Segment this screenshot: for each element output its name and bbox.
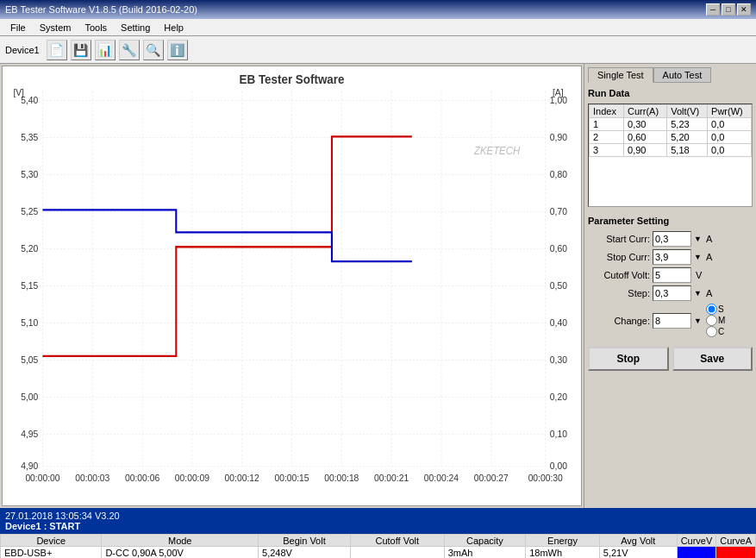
minimize-button[interactable]: ─ — [706, 3, 720, 16]
main-area: EB Tester Software [V] [A] — [0, 64, 756, 508]
radio-m[interactable] — [706, 315, 717, 326]
svg-text:00:00:27: 00:00:27 — [474, 472, 509, 483]
svg-text:00:00:03: 00:00:03 — [75, 472, 109, 483]
svg-text:5,25: 5,25 — [21, 205, 38, 216]
svg-text:0,90: 0,90 — [550, 132, 567, 143]
svg-text:0,00: 0,00 — [550, 461, 567, 472]
bottom-table-row: EBD-USB+D-CC 0,90A 5,00V5,248V3mAh18mWh5… — [1, 547, 756, 559]
cell-volt: 5,23 — [667, 118, 708, 131]
svg-text:5,35: 5,35 — [21, 132, 38, 143]
cell-pwr: 0,0 — [708, 144, 752, 157]
svg-text:0,80: 0,80 — [550, 169, 567, 180]
param-section: Start Curr: ▼ A Stop Curr: ▼ A Cutoff Vo… — [588, 231, 753, 340]
tools-icon[interactable]: 🔧 — [119, 40, 140, 60]
svg-text:5,10: 5,10 — [21, 317, 38, 328]
stop-curr-input[interactable] — [653, 249, 691, 265]
bottom-cell-energy: 18mWh — [526, 547, 600, 559]
step-input[interactable] — [653, 285, 691, 301]
stop-curr-label: Stop Curr: — [588, 252, 650, 262]
bottom-col-0: Device — [1, 535, 102, 547]
menu-bar: File System Tools Setting Help — [0, 19, 756, 36]
run-data-table: Index Curr(A) Volt(V) Pwr(W) 10,305,230,… — [589, 104, 752, 157]
cell-curr: 0,30 — [624, 118, 667, 131]
stop-curr-unit: A — [706, 252, 712, 262]
bottom-col-7: CurveV — [677, 535, 716, 547]
svg-text:5,30: 5,30 — [21, 169, 38, 180]
cutoff-volt-input[interactable] — [653, 267, 691, 283]
radio-m-label: M — [718, 316, 725, 325]
svg-text:00:00:21: 00:00:21 — [374, 472, 409, 483]
device-label: Device1 — [5, 45, 40, 55]
cell-index: 2 — [590, 131, 624, 144]
tab-auto-test[interactable]: Auto Test — [653, 67, 712, 83]
cell-volt: 5,18 — [667, 144, 708, 157]
svg-text:0,10: 0,10 — [550, 428, 567, 439]
stop-curr-row: Stop Curr: ▼ A — [588, 249, 753, 265]
menu-tools[interactable]: Tools — [78, 22, 114, 34]
chart-watermark: ZKETECH — [473, 144, 520, 157]
bottom-cell-avg_volt: 5,21V — [599, 547, 677, 559]
start-curr-dropdown-arrow[interactable]: ▼ — [694, 235, 702, 243]
svg-text:0,40: 0,40 — [550, 317, 567, 328]
svg-text:5,00: 5,00 — [21, 391, 38, 402]
start-curr-label: Start Curr: — [588, 234, 650, 244]
svg-text:0,60: 0,60 — [550, 242, 567, 254]
info-icon[interactable]: ℹ️ — [167, 40, 188, 60]
radio-s-label: S — [718, 304, 724, 314]
bottom-cell-capacity: 3mAh — [444, 547, 526, 559]
menu-setting[interactable]: Setting — [114, 22, 157, 34]
svg-text:5,40: 5,40 — [21, 95, 38, 106]
bottom-cell-mode: D-CC 0,90A 5,00V — [102, 547, 259, 559]
stop-button[interactable]: Stop — [588, 347, 669, 371]
bottom-table-container: DeviceModeBegin VoltCutoff VoltCapacityE… — [0, 534, 756, 558]
cutoff-volt-label: Cutoff Volt: — [588, 270, 650, 280]
table-row: 10,305,230,0 — [590, 118, 752, 131]
change-dropdown-arrow[interactable]: ▼ — [694, 317, 702, 325]
chart-icon[interactable]: 📊 — [95, 40, 116, 60]
svg-text:5,15: 5,15 — [21, 279, 38, 291]
menu-system[interactable]: System — [33, 22, 78, 34]
chart-panel: EB Tester Software [V] [A] — [2, 66, 582, 506]
col-curr: Curr(A) — [624, 105, 667, 118]
status-time: 27.01.2018 13:05:34 V3.20 — [5, 511, 120, 521]
step-dropdown-arrow[interactable]: ▼ — [694, 289, 702, 298]
new-icon[interactable]: 📄 — [47, 40, 67, 60]
window-controls: ─ □ ✕ — [706, 3, 751, 16]
radio-c[interactable] — [706, 326, 717, 337]
status-bar: 27.01.2018 13:05:34 V3.20 Device1 : STAR… — [0, 508, 756, 534]
col-index: Index — [590, 105, 624, 118]
change-input[interactable] — [653, 313, 691, 329]
window-title: EB Tester Software V1.8.5 (Build 2016-02… — [5, 4, 197, 15]
save-button[interactable]: Save — [672, 347, 753, 371]
col-volt: Volt(V) — [667, 105, 708, 118]
cell-pwr: 0,0 — [708, 118, 752, 131]
cell-pwr: 0,0 — [708, 131, 752, 144]
cutoff-volt-row: Cutoff Volt: V — [588, 267, 753, 283]
cutoff-volt-unit: V — [696, 270, 702, 280]
bottom-cell-curve_v — [677, 547, 716, 559]
tab-single-test[interactable]: Single Test — [588, 67, 653, 83]
search-icon[interactable]: 🔍 — [143, 40, 164, 60]
bottom-cell-curve_a — [716, 547, 756, 559]
bottom-col-2: Begin Volt — [259, 535, 351, 547]
menu-help[interactable]: Help — [157, 22, 191, 34]
start-curr-input[interactable] — [653, 231, 691, 247]
stop-curr-dropdown-arrow[interactable]: ▼ — [694, 253, 702, 261]
close-button[interactable]: ✕ — [737, 3, 751, 16]
chart-svg: EB Tester Software [V] [A] — [3, 66, 581, 505]
menu-file[interactable]: File — [3, 22, 33, 34]
svg-text:4,95: 4,95 — [21, 428, 38, 439]
save-icon[interactable]: 💾 — [71, 40, 91, 60]
run-data-container[interactable]: Index Curr(A) Volt(V) Pwr(W) 10,305,230,… — [588, 103, 753, 207]
svg-text:00:00:12: 00:00:12 — [225, 472, 259, 483]
action-buttons: Stop Save — [588, 347, 753, 371]
maximize-button[interactable]: □ — [722, 3, 735, 16]
bottom-table: DeviceModeBegin VoltCutoff VoltCapacityE… — [0, 534, 756, 558]
step-label: Step: — [588, 288, 650, 298]
status-content: 27.01.2018 13:05:34 V3.20 Device1 : STAR… — [5, 511, 120, 531]
radio-s[interactable] — [706, 304, 717, 315]
change-row: Change: ▼ S M C — [588, 304, 753, 337]
cell-volt: 5,20 — [667, 131, 708, 144]
svg-text:00:00:06: 00:00:06 — [125, 472, 159, 483]
svg-text:5,20: 5,20 — [21, 242, 38, 254]
